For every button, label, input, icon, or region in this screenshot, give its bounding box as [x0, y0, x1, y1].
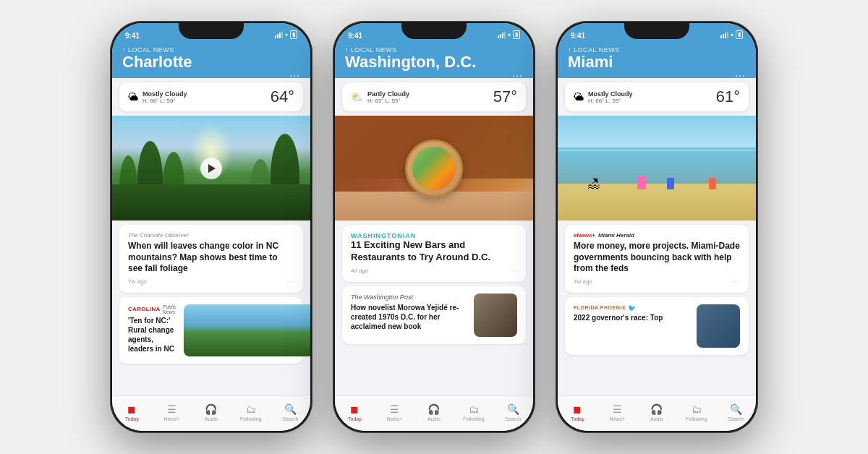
source-badge-carolina: CAROLINA: [128, 306, 161, 312]
header-dots-miami[interactable]: ···: [735, 69, 746, 81]
article-card-2-charlotte[interactable]: CAROLINA Public News 'Ten for NC:' Rural…: [119, 297, 303, 364]
tab-following-charlotte[interactable]: 🗂 Following: [231, 403, 271, 421]
source-badge-public: Public News: [163, 304, 176, 314]
tab-label-following: Following: [240, 416, 262, 421]
notch: [179, 23, 244, 39]
weather-temp-miami: 61°: [716, 87, 740, 106]
enews-badge: eNews+: [574, 232, 595, 239]
tab-search-dc[interactable]: 🔍 Search: [493, 403, 533, 421]
tab-search-charlotte[interactable]: 🔍 Search: [271, 403, 310, 421]
tab-audio-charlotte[interactable]: 🎧 Audio: [192, 403, 231, 421]
weather-icon-miami: 🌥: [574, 91, 584, 103]
article-card-1-charlotte[interactable]: The Charlotte Observer When will leaves …: [119, 225, 303, 293]
article-thumb-img-dc: [474, 294, 517, 337]
phones-container: 9:41 ▾ ▮ LOCAL NEWS Charlotte ···: [0, 0, 868, 454]
header-dots-dc[interactable]: ···: [512, 69, 523, 81]
status-time-miami: 9:41: [571, 30, 585, 40]
beach-image: 🏖: [558, 116, 756, 220]
wifi-icon-miami: ▾: [731, 32, 733, 38]
article-headline-2-dc: How novelist Morowa Yejidé re-created 19…: [351, 303, 467, 331]
wifi-icon-dc: ▾: [508, 32, 511, 38]
weather-card-dc[interactable]: ⛅ Partly Cloudy H: 63° L: 55° 57°: [342, 82, 526, 111]
weather-info-charlotte: Mostly Cloudy H: 66° L: 59°: [142, 90, 187, 104]
miami-herald-label: Miami Herald: [598, 232, 634, 239]
article-menu-dots-dc[interactable]: ···: [509, 267, 517, 275]
tab-today-charlotte[interactable]: ◼ Today: [112, 403, 152, 421]
tab-today-dc[interactable]: ◼ Today: [335, 403, 375, 421]
city-name-charlotte: Charlotte: [122, 53, 300, 71]
signal-bars-icon-miami: [720, 32, 728, 38]
news-image-charlotte[interactable]: [112, 116, 310, 220]
audio-icon: 🎧: [205, 403, 217, 415]
beach-chair-2: [667, 178, 674, 189]
news-image-miami[interactable]: 🏖: [558, 116, 756, 220]
today-icon: ◼: [127, 403, 136, 415]
weather-left-dc: ⛅ Partly Cloudy H: 63° L: 55°: [351, 90, 409, 104]
article-headline-2-miami: 2022 governor's race: Top: [574, 313, 689, 322]
tab-label-search-miami: Search: [728, 416, 744, 421]
header-dots-charlotte[interactable]: ···: [289, 69, 300, 81]
weather-card-charlotte[interactable]: 🌥 Mostly Cloudy H: 66° L: 59° 64°: [119, 82, 303, 111]
signal-bar-miami-1: [720, 35, 722, 38]
tab-label-audio: Audio: [205, 416, 218, 421]
tab-label-today: Today: [125, 416, 139, 421]
article-card-2-miami[interactable]: FLORIDA PHOENIX 🐦 2022 governor's race: …: [565, 297, 749, 355]
weather-icon-dc: ⛅: [351, 91, 363, 103]
search-icon: 🔍: [284, 403, 297, 415]
weather-icon-charlotte: 🌥: [128, 91, 138, 103]
article-thumb-text-charlotte: CAROLINA Public News 'Ten for NC:' Rural…: [128, 304, 176, 356]
play-button-charlotte[interactable]: [200, 158, 222, 179]
city-name-dc: Washington, D.C.: [345, 53, 523, 71]
content-dc: ⛅ Partly Cloudy H: 63° L: 55° 57°: [335, 78, 533, 395]
notch-dc: [401, 23, 467, 39]
article-menu-dots-miami[interactable]: ···: [732, 278, 740, 286]
washingtonian-badge: WASHINGTONIAN: [351, 232, 517, 239]
status-time-dc: 9:41: [348, 30, 362, 40]
status-icons: ▾ ▮: [275, 30, 297, 39]
article-meta-miami: 7w ago ···: [574, 278, 740, 286]
tab-search-miami[interactable]: 🔍 Search: [716, 403, 756, 421]
battery-icon-dc: ▮: [513, 30, 520, 39]
signal-bars-icon: [275, 32, 283, 38]
article-menu-dots-charlotte[interactable]: ···: [286, 278, 294, 286]
battery-icon: ▮: [290, 30, 297, 39]
city-name-miami: Miami: [568, 53, 746, 71]
tab-newsplus-miami[interactable]: ☰ News+: [597, 403, 637, 421]
forest-image: [112, 116, 310, 220]
signal-bar-1: [275, 35, 276, 38]
tab-newsplus-dc[interactable]: ☰ News+: [375, 403, 414, 421]
tab-label-today-miami: Today: [571, 416, 584, 421]
news-image-dc[interactable]: [335, 116, 533, 220]
article-time-dc: 4d ago: [351, 267, 368, 274]
weather-hl-miami: H: 66° L: 55°: [588, 98, 633, 104]
article-card-1-miami[interactable]: eNews+ Miami Herald More money, more pro…: [565, 225, 749, 293]
signal-bar-2: [277, 34, 278, 38]
signal-bar-miami-4: [727, 32, 728, 38]
article-time-miami: 7w ago: [574, 278, 592, 285]
tab-following-dc[interactable]: 🗂 Following: [454, 403, 493, 421]
article-headline-miami: More money, more projects. Miami-Dade go…: [574, 241, 740, 275]
status-icons-miami: ▾ ▮: [720, 30, 743, 39]
tab-label-audio-miami: Audio: [650, 416, 663, 421]
tab-audio-dc[interactable]: 🎧 Audio: [414, 403, 454, 421]
source-row-florida: FLORIDA PHOENIX 🐦: [574, 304, 689, 312]
local-news-label-miami: LOCAL NEWS: [568, 46, 746, 53]
signal-bar-miami-3: [725, 33, 726, 38]
weather-card-miami[interactable]: 🌥 Mostly Cloudy H: 66° L: 55° 61°: [565, 82, 749, 111]
article-card-2-dc[interactable]: The Washington Post How novelist Morowa …: [342, 286, 526, 344]
tab-label-audio-dc: Audio: [427, 416, 441, 421]
content-miami: 🌥 Mostly Cloudy H: 66° L: 55° 61°: [558, 78, 756, 395]
tab-today-miami[interactable]: ◼ Today: [558, 403, 597, 421]
article-card-1-dc[interactable]: WASHINGTONIAN 11 Exciting New Bars and R…: [342, 225, 526, 282]
status-time-charlotte: 9:41: [125, 30, 140, 40]
tab-following-miami[interactable]: 🗂 Following: [676, 403, 716, 421]
tab-label-search: Search: [282, 416, 298, 421]
weather-left-miami: 🌥 Mostly Cloudy H: 66° L: 55°: [574, 90, 633, 104]
article-headline-2-charlotte: 'Ten for NC:' Rural change agents, leade…: [128, 316, 176, 354]
newsplus-icon-dc: ☰: [390, 403, 399, 415]
tab-bar-miami: ◼ Today ☰ News+ 🎧 Audio 🗂 Following 🔍: [558, 395, 756, 431]
signal-bar-dc-3: [502, 33, 503, 38]
tab-newsplus-charlotte[interactable]: ☰ News+: [152, 403, 192, 421]
tab-audio-miami[interactable]: 🎧 Audio: [637, 403, 677, 421]
phone-charlotte: 9:41 ▾ ▮ LOCAL NEWS Charlotte ···: [110, 21, 312, 433]
